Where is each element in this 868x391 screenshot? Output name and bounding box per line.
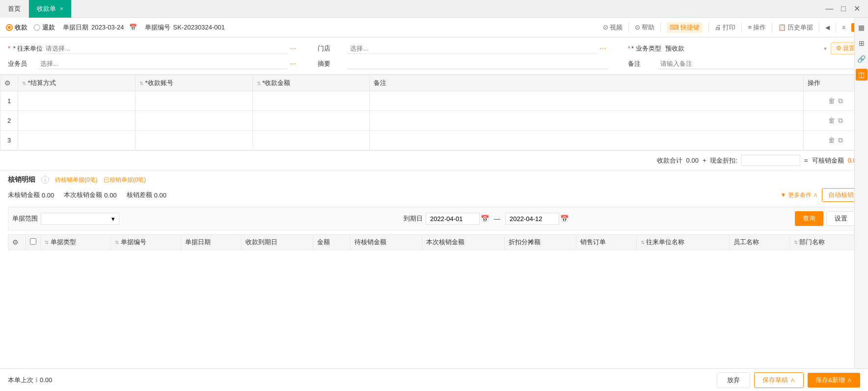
col-settle-header: ⇅ *结算方式 [18,75,136,91]
remark-input[interactable] [657,58,860,69]
date-to-input[interactable] [505,213,559,225]
gear-icon[interactable]: ⚙ [4,79,11,87]
reconcile-header: 核销明细 i 待核销单据(0笔) 已核销单据(0笔) [8,175,860,184]
row-1-remark[interactable] [370,91,804,111]
tab-home[interactable]: 首页 [0,0,29,18]
row-2-settle[interactable] [18,111,136,131]
partner-label: * * 往来单位 [8,44,43,53]
col-account-header: ⇅ *收款账号 [135,75,252,91]
store-input[interactable] [347,43,597,54]
sidebar-scan-icon[interactable]: ◫ [856,69,868,81]
operation-btn[interactable]: ≡ 操作 [748,23,766,32]
sidebar-grid-icon[interactable]: ⊞ [856,37,868,49]
table-row: 3 🗑 ⧉ [0,131,868,150]
unverified-value: 0.00 [42,192,54,199]
per-order-label: 本单上次 [8,376,33,385]
divider-6 [819,23,819,32]
refund-radio[interactable]: 退款 [33,23,55,32]
row-1-amount[interactable] [252,91,370,111]
row-2-remark[interactable] [370,111,804,131]
save-new-btn[interactable]: 保存&新增 ∧ [808,373,860,388]
current-label: 本次核销金额 [64,191,102,199]
tab-receipt[interactable]: 收款单 × [29,0,71,18]
help-btn[interactable]: ⊙ 帮助 [635,23,654,32]
range-select[interactable]: ▾ [41,213,119,225]
save-draft-btn[interactable]: 保存草稿 ∧ [754,372,804,388]
shortcut-btn[interactable]: ⌨ 快捷键 [667,22,703,33]
sidebar-link-icon[interactable]: 🔗 [856,53,868,65]
print-btn[interactable]: 🖨 打印 [715,23,735,32]
row-3-settle[interactable] [18,131,136,150]
plus-sign: + [703,157,706,164]
partner-input[interactable] [43,43,288,54]
calendar-to-icon[interactable]: 📅 [560,215,569,223]
business-type-field: ** 业务类型 预收款 ▾ ⚙ 设置 [628,42,860,55]
partner-ellipsis-btn[interactable]: ··· [288,45,298,53]
divider-3 [708,23,709,32]
col-current-header: 本次核销金额 [422,235,505,250]
list-view-icon[interactable]: ≡ [842,24,845,31]
date-value[interactable]: 2023-03-24 [91,24,124,31]
reconcile-settings-btn[interactable]: 设置 [826,211,856,226]
copy-row-2-btn[interactable]: ⧉ [838,116,843,125]
staff-ellipsis-btn[interactable]: ··· [288,60,298,68]
reconcile-info-icon[interactable]: i [41,176,49,184]
select-all-checkbox[interactable] [30,238,36,245]
business-type-chevron[interactable]: ▾ [824,45,827,52]
receipt-table-section: ⚙ ⇅ *结算方式 ⇅ *收款账号 ⇅ *收款金额 备注 [0,75,868,151]
range-chevron-icon: ▾ [111,215,115,223]
calendar-icon[interactable]: 📅 [129,24,137,31]
search-buttons: 查询 设置 [795,211,856,226]
range-field: 单据范围 ▾ [12,213,398,225]
row-2-account[interactable] [135,111,252,131]
table-settings-icon[interactable]: ⚙ [0,75,18,91]
discard-btn[interactable]: 放弃 [717,372,750,388]
delete-row-1-btn[interactable]: 🗑 [828,97,835,105]
receipt-table: ⚙ ⇅ *结算方式 ⇅ *收款账号 ⇅ *收款金额 备注 [0,75,868,150]
delete-row-3-btn[interactable]: 🗑 [828,136,835,144]
calendar-from-icon[interactable]: 📅 [481,215,489,223]
video-btn[interactable]: ⊙ 视频 [603,23,623,32]
store-ellipsis-btn[interactable]: ··· [598,45,608,53]
sidebar-table-icon[interactable]: ▦ [856,22,868,33]
more-filter-btn[interactable]: ▼ 更多条件 ∧ [780,191,818,199]
staff-input[interactable] [37,58,288,69]
help-icon: ⊙ [635,24,640,31]
row-3-num: 3 [0,131,18,150]
summary-input[interactable] [347,58,608,69]
nav-prev-icon[interactable]: ◀ [825,24,830,31]
query-btn[interactable]: 查询 [795,211,823,226]
number-field: 单据编号 SK-20230324-001 [145,23,225,32]
row-3-remark[interactable] [370,131,804,150]
divider-4 [741,23,742,32]
per-order-info-icon[interactable]: ℹ [35,376,38,384]
copy-row-1-btn[interactable]: ⧉ [838,97,843,105]
unverified-label: 未核销金额 [8,191,40,199]
pending-tag-btn[interactable]: 待核销单据(0笔) [55,176,98,184]
minimize-icon[interactable]: — [823,4,835,13]
col-discount-header: 折扣分摊额 [505,235,576,250]
row-1-settle[interactable] [18,91,136,111]
bottom-table-gear-icon[interactable]: ⚙ [12,238,19,246]
close-window-icon[interactable]: ✕ [852,4,862,13]
row-3-amount[interactable] [252,131,370,150]
unverified-stat: 未核销金额 0.00 [8,191,54,199]
delete-row-2-btn[interactable]: 🗑 [828,116,835,125]
video-icon: ⊙ [603,24,608,31]
maximize-icon[interactable]: □ [839,4,848,13]
col-settings-header[interactable]: ⚙ [8,235,26,250]
copy-row-3-btn[interactable]: ⧉ [838,136,843,144]
row-3-account[interactable] [135,131,252,150]
col-partner-header: ⇅ 往来单位名称 [636,235,729,250]
right-sidebar: ▦ ⊞ 🔗 ◫ [854,18,868,391]
receipt-radio[interactable]: 收款 [6,23,27,32]
date-from-input[interactable] [426,213,480,225]
row-2-amount[interactable] [252,111,370,131]
discount-input[interactable] [741,155,800,166]
history-btn[interactable]: 📋 历史单据 [778,23,813,32]
operation-icon: ≡ [748,24,752,31]
close-tab-icon[interactable]: × [60,5,63,12]
row-1-account[interactable] [135,91,252,111]
done-tag-btn[interactable]: 已核销单据(0笔) [104,176,146,184]
save-new-label: 保存&新增 ∧ [815,376,852,385]
